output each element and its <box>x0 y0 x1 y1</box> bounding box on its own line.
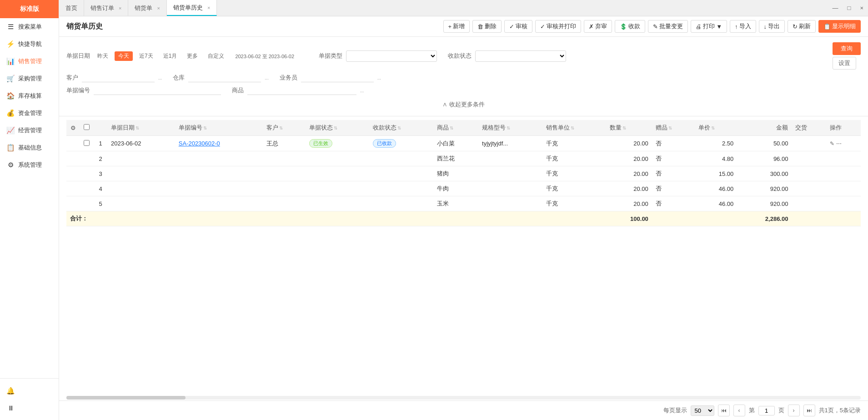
window-maximize-btn[interactable]: □ <box>843 5 856 11</box>
warehouse-input[interactable] <box>188 73 261 82</box>
select-all-checkbox[interactable] <box>84 124 90 130</box>
page-first-btn[interactable]: ⏮ <box>718 405 730 416</box>
audit-button[interactable]: ✓ 审核 <box>504 20 532 33</box>
cell-checkbox <box>80 166 94 181</box>
setting-button[interactable]: 设置 <box>833 57 856 70</box>
page-prev-btn[interactable]: ‹ <box>733 405 745 416</box>
page-next-btn[interactable]: › <box>788 405 800 416</box>
salesperson-more-icon[interactable]: ... <box>377 75 381 80</box>
date-today[interactable]: 今天 <box>115 51 133 61</box>
edit-action-btn[interactable]: ✎ <box>830 140 834 147</box>
cell-doc-no: SA-20230602-0 <box>175 136 263 151</box>
row-checkbox[interactable] <box>84 140 90 146</box>
doc-no-link[interactable]: SA-20230602-0 <box>179 140 220 147</box>
date-7days[interactable]: 近7天 <box>135 51 157 61</box>
cell-customer <box>263 151 306 166</box>
sidebar-item-basic-info[interactable]: 📋 基础信息 <box>0 139 59 156</box>
col-collect-status[interactable]: 收款状态⇅ <box>369 120 433 136</box>
add-button[interactable]: + 新增 <box>443 20 470 33</box>
tab-sales-history[interactable]: 销货单历史 × <box>167 0 217 16</box>
more-action-btn[interactable]: ⋯ <box>836 140 842 147</box>
date-more[interactable]: 更多 <box>183 51 201 61</box>
goods-more-icon[interactable]: ... <box>360 88 364 93</box>
cell-spec-type <box>478 181 542 196</box>
collect-button[interactable]: 💲 收款 <box>615 20 645 33</box>
summary-spacer <box>107 211 606 226</box>
col-spec-type[interactable]: 规格型号⇅ <box>478 120 542 136</box>
sidebar-pause-btn[interactable]: ⏸ <box>0 400 59 416</box>
delete-button[interactable]: 🗑 删除 <box>472 20 502 33</box>
customer-more-icon[interactable]: ... <box>158 75 162 80</box>
cell-unit-price: 46.00 <box>695 196 738 211</box>
import-button[interactable]: ↑ 导入 <box>730 20 756 33</box>
sidebar-item-finance-mgmt[interactable]: 💰 资金管理 <box>0 105 59 122</box>
cell-sale-unit: 千克 <box>542 181 607 196</box>
export-icon: ↓ <box>764 23 767 30</box>
filter-collapse-btn[interactable]: ∧ 收起更多条件 <box>66 99 861 110</box>
table-row: 4 牛肉 千克 20.00 否 46.00 920.00 <box>66 181 861 196</box>
horizontal-scrollbar[interactable] <box>66 396 861 400</box>
cell-goods: 玉米 <box>433 196 478 211</box>
summary-end-spacer <box>792 211 861 226</box>
cell-goods: 猪肉 <box>433 166 478 181</box>
cell-unit-price: 2.50 <box>695 136 738 151</box>
cell-doc-date <box>107 166 175 181</box>
salesperson-input[interactable] <box>301 73 374 82</box>
sidebar-item-ops-mgmt[interactable]: 📈 经营管理 <box>0 122 59 139</box>
summary-row: 合计： 100.00 2,286.00 <box>66 211 861 226</box>
tab-sales-order-close[interactable]: × <box>119 5 121 11</box>
col-gift[interactable]: 赠品⇅ <box>652 120 695 136</box>
col-unit-price[interactable]: 单价⇅ <box>695 120 738 136</box>
customer-input[interactable] <box>82 73 155 82</box>
scrollbar-thumb[interactable] <box>66 396 186 400</box>
collect-status-select[interactable] <box>475 50 566 62</box>
sidebar-item-inventory-calc[interactable]: 🏠 库存核算 <box>0 87 59 105</box>
date-custom[interactable]: 自定义 <box>204 51 228 61</box>
date-yesterday[interactable]: 昨天 <box>94 51 112 61</box>
col-customer[interactable]: 客户⇅ <box>263 120 306 136</box>
sidebar-item-sales-mgmt[interactable]: 📊 销售管理 <box>0 53 59 70</box>
query-button[interactable]: 查询 <box>833 42 861 55</box>
window-close-btn[interactable]: × <box>855 5 868 11</box>
date-1month[interactable]: 近1月 <box>160 51 181 61</box>
goods-input[interactable] <box>247 86 356 95</box>
sidebar-notification-btn[interactable]: 🔔 <box>0 382 59 400</box>
import-label: 导入 <box>739 22 751 30</box>
refresh-button[interactable]: ↻ 刷新 <box>788 20 816 33</box>
tab-home[interactable]: 首页 <box>59 0 84 16</box>
page-input[interactable] <box>758 406 775 415</box>
sidebar-item-search-menu[interactable]: ☰ 搜索菜单 <box>0 18 59 35</box>
col-doc-no[interactable]: 单据编号⇅ <box>175 120 263 136</box>
export-button[interactable]: ↓ 导出 <box>759 20 785 33</box>
window-minimize-btn[interactable]: — <box>828 5 843 11</box>
col-quantity[interactable]: 数量⇅ <box>606 120 652 136</box>
sales-mgmt-icon: 📊 <box>6 57 15 65</box>
batch-change-button[interactable]: ✎ 批量变更 <box>648 20 688 33</box>
page-last-btn[interactable]: ⏭ <box>803 405 815 416</box>
warehouse-more-icon[interactable]: ... <box>265 75 268 80</box>
sidebar-item-sys-mgmt[interactable]: ⚙ 系统管理 <box>0 156 59 174</box>
col-sale-unit[interactable]: 销售单位⇅ <box>542 120 607 136</box>
sidebar-item-purchase-mgmt[interactable]: 🛒 采购管理 <box>0 70 59 87</box>
audit-print-button[interactable]: ✓ 审核并打印 <box>535 20 581 33</box>
filter-salesperson: 业务员 ... <box>280 73 381 82</box>
tab-sales-history-close[interactable]: × <box>207 5 210 10</box>
cell-checkbox <box>80 196 94 211</box>
tab-sales-delivery[interactable]: 销货单 × <box>128 0 166 16</box>
tab-sales-delivery-close[interactable]: × <box>157 5 160 11</box>
sidebar-item-quick-nav[interactable]: ⚡ 快捷导航 <box>0 35 59 53</box>
abandon-button[interactable]: ✗ 弃审 <box>584 20 612 33</box>
doc-no-input[interactable] <box>94 86 221 95</box>
tab-sales-order[interactable]: 销售订单 × <box>84 0 128 16</box>
sidebar-item-label: 基础信息 <box>18 144 42 152</box>
doc-type-select[interactable] <box>346 50 437 62</box>
per-page-select[interactable]: 50 100 <box>691 405 714 416</box>
print-button[interactable]: 🖨 打印 ▼ <box>691 20 727 33</box>
show-detail-button[interactable]: 📋 显示明细 <box>818 20 861 33</box>
col-settings[interactable]: ⚙ <box>66 120 80 136</box>
col-doc-status[interactable]: 单据状态⇅ <box>306 120 370 136</box>
cell-quantity: 20.00 <box>606 196 652 211</box>
audit-icon: ✓ <box>509 23 514 30</box>
col-doc-date[interactable]: 单据日期⇅ <box>107 120 175 136</box>
col-goods[interactable]: 商品⇅ <box>433 120 478 136</box>
